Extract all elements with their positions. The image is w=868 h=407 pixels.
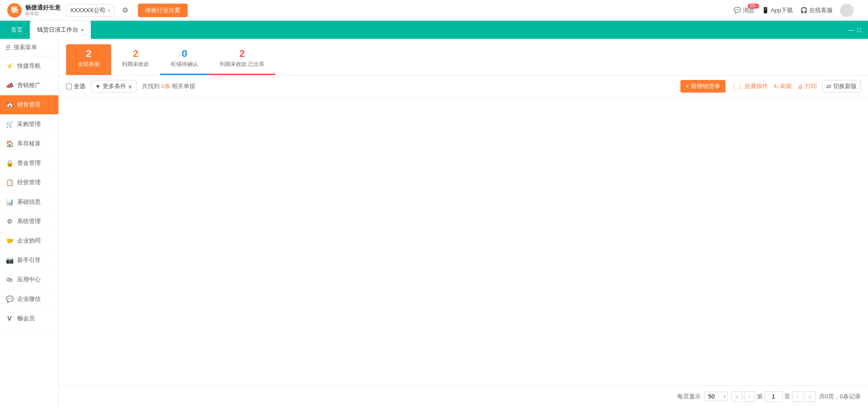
sidebar-item-wechat[interactable]: 💬 企业微信 [0, 290, 58, 309]
next-page-button[interactable]: › [792, 391, 803, 402]
content-area: 2 全部单据 2 到期未收款 0 旺铺待确认 2 到期未收款 已出库 [59, 39, 868, 407]
sidebar-search[interactable]: ☰ 搜索菜单 [0, 39, 58, 56]
top-header: 畅 畅捷通好生意 标准版 XXXXXX公司 ∨ ⚙ 体验行业方案 💬 消息 99… [0, 0, 868, 21]
tab-overdue[interactable]: 2 到期未收款 [111, 44, 160, 75]
filter-label: 更多条件 [103, 82, 126, 90]
member-icon: V [5, 314, 14, 323]
online-service-icon: 🎧 [800, 7, 807, 14]
sidebar-item-label: 资金管理 [17, 159, 41, 167]
last-page-button[interactable]: » [805, 391, 816, 402]
company-selector[interactable]: XXXXXX公司 ∨ [66, 4, 114, 17]
sidebar-item-operation[interactable]: 📋 经营管理 [0, 173, 58, 192]
trial-button[interactable]: 体验行业方案 [138, 4, 188, 17]
tab-overdue-shipped[interactable]: 2 到期未收款 已出库 [209, 44, 275, 75]
tab-active[interactable]: 钱货日清工作台 × [30, 21, 91, 39]
settings-button[interactable]: ⚙ [118, 3, 132, 18]
app-download-icon: 📱 [762, 7, 769, 14]
online-service-label: 在线客服 [809, 6, 833, 14]
guide-icon: 📷 [5, 256, 14, 264]
sidebar-item-cooperation[interactable]: 🤝 企业协同 [0, 231, 58, 251]
window-minimize-button[interactable]: — [848, 27, 854, 33]
sidebar-item-label: 经营管理 [17, 178, 41, 187]
sidebar-item-basic[interactable]: 📊 基础信息 [0, 192, 58, 212]
message-badge: 99+ [748, 4, 759, 9]
selected-count: 0条 [161, 83, 170, 89]
switch-label: 切换新版 [833, 82, 857, 90]
sidebar-item-purchase[interactable]: 🛒 采购管理 [0, 115, 58, 134]
filter-chevron-icon: ∨ [128, 83, 132, 90]
tab-pending[interactable]: 0 旺铺待确认 [160, 44, 209, 75]
selected-suffix: 相关单据 [172, 83, 195, 89]
tab-overdue-label: 到期未收款 [122, 61, 149, 68]
sidebar-item-label: 销售管理 [17, 101, 41, 109]
selected-prefix: 共找到 [142, 83, 160, 89]
page-size-select[interactable]: 50 10 20 100 [704, 392, 728, 401]
tab-close-icon[interactable]: × [81, 28, 84, 33]
sidebar-item-quick-nav[interactable]: ⚡ 快捷导航 [0, 56, 58, 76]
avatar[interactable] [840, 4, 854, 17]
tab-home[interactable]: 首页 [4, 26, 30, 34]
basic-icon: 📊 [5, 198, 14, 206]
sidebar-item-guide[interactable]: 📷 新手引导 [0, 251, 58, 270]
sidebar-item-label: 新手引导 [17, 256, 41, 264]
filter-icon: ▼ [95, 83, 101, 90]
tab-overdue-shipped-label: 到期未收款 已出库 [220, 61, 264, 68]
page-label: 第 [757, 393, 763, 401]
main-layout: ☰ 搜索菜单 ⚡ 快捷导航 📣 营销推广 🏠 销售管理 🛒 采购管理 🏠 库存核… [0, 39, 868, 407]
switch-icon: ⇄ [826, 83, 831, 90]
logo-main-text: 畅捷通好生意 [25, 4, 61, 11]
sidebar-item-system[interactable]: ⚙ 系统管理 [0, 212, 58, 231]
switch-version-button[interactable]: ⇄ 切换新版 [822, 80, 861, 93]
sidebar-item-label: 应用中心 [17, 276, 41, 284]
sidebar-item-sales[interactable]: 🏠 销售管理 [0, 95, 58, 115]
add-sales-order-button[interactable]: + 新增销货单 [680, 80, 726, 93]
tab-all-label: 全部单据 [78, 61, 99, 68]
print-button[interactable]: 🖨 打印 [797, 82, 817, 90]
table-area [59, 98, 868, 385]
sidebar-item-capital[interactable]: 🔒 资金管理 [0, 154, 58, 173]
company-name: XXXXXX公司 [70, 6, 105, 14]
search-icon: ☰ [5, 44, 11, 51]
sidebar-item-marketing[interactable]: 📣 营销推广 [0, 76, 58, 95]
tab-all-count: 2 [86, 48, 91, 60]
sidebar-item-label: 企业协同 [17, 237, 41, 245]
filter-button[interactable]: ▼ 更多条件 ∨ [91, 80, 137, 93]
chevron-down-icon: ∨ [107, 8, 110, 13]
online-service-button[interactable]: 🎧 在线客服 [800, 6, 833, 14]
appstore-icon: 🛍 [5, 276, 14, 284]
sidebar-item-member[interactable]: V 畅会员 [0, 309, 58, 328]
prev-page-button[interactable]: ‹ [744, 391, 755, 402]
logo-sub-text: 标准版 [25, 11, 61, 16]
tab-pending-label: 旺铺待确认 [171, 61, 198, 68]
select-all-checkbox[interactable]: 全选 [66, 82, 85, 90]
refresh-button[interactable]: ↻ 刷新 [774, 82, 792, 90]
select-all-input[interactable] [66, 84, 72, 89]
sidebar-item-label: 系统管理 [17, 217, 41, 225]
batch-label: 批量操作 [745, 82, 768, 90]
page-nav: « ‹ 第 页 › » [731, 391, 816, 402]
sidebar: ☰ 搜索菜单 ⚡ 快捷导航 📣 营销推广 🏠 销售管理 🛒 采购管理 🏠 库存核… [0, 39, 59, 407]
sidebar-item-label: 采购管理 [17, 120, 41, 128]
summary-tabs: 2 全部单据 2 到期未收款 0 旺铺待确认 2 到期未收款 已出库 [59, 39, 868, 75]
sidebar-item-label: 快捷导航 [17, 62, 41, 70]
sidebar-item-label: 畅会员 [17, 314, 35, 323]
toolbar: 全选 ▼ 更多条件 ∨ 共找到 0条 相关单据 + 新增销货单 ⋮⋮ 批量操作 … [59, 75, 868, 98]
page-input[interactable] [764, 391, 783, 402]
batch-action-button[interactable]: ⋮⋮ 批量操作 [731, 82, 768, 90]
sidebar-item-inventory[interactable]: 🏠 库存核算 [0, 134, 58, 154]
print-icon: 🖨 [797, 83, 803, 90]
sidebar-item-label: 营销推广 [17, 81, 41, 89]
message-button[interactable]: 💬 消息 99+ [734, 6, 755, 14]
window-maximize-button[interactable]: □ [857, 27, 861, 33]
sidebar-item-appstore[interactable]: 🛍 应用中心 [0, 270, 58, 290]
tab-all[interactable]: 2 全部单据 [66, 44, 111, 75]
header-right: 💬 消息 99+ 📱 App下载 🎧 在线客服 [734, 4, 861, 17]
per-page-label: 每页显示 [677, 393, 701, 401]
tab-overdue-count: 2 [133, 48, 138, 60]
sidebar-item-label: 库存核算 [17, 140, 41, 148]
app-download-button[interactable]: 📱 App下载 [762, 6, 793, 14]
summary-tabs-inner: 2 全部单据 2 到期未收款 0 旺铺待确认 2 到期未收款 已出库 [66, 44, 861, 75]
first-page-button[interactable]: « [731, 391, 742, 402]
tab-overdue-shipped-count: 2 [240, 48, 245, 60]
nav-tabs: 首页 钱货日清工作台 × — □ [0, 21, 868, 39]
